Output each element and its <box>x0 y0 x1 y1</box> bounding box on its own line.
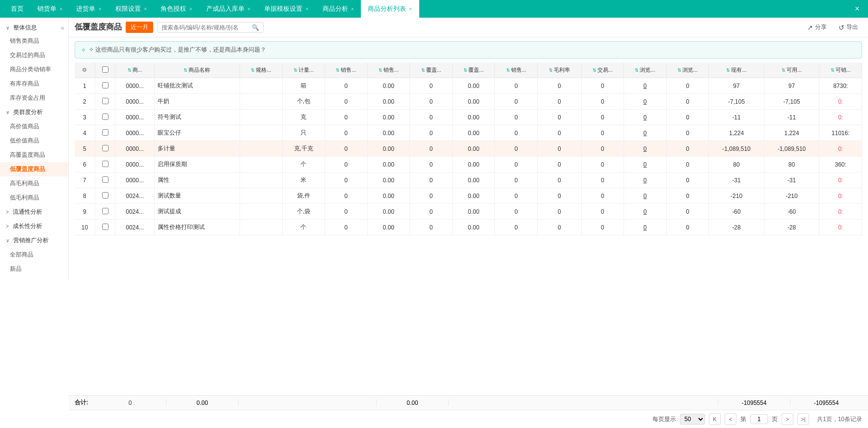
sidebar-section-overview[interactable]: ∨ 整体信息 <box>6 24 37 32</box>
sidebar-collapse-btn[interactable]: « <box>61 24 64 31</box>
sales-qty-column-header[interactable]: ⇅销售... <box>325 62 368 78</box>
sidebar-section-growth[interactable]: > 成长性分析 <box>0 219 68 233</box>
settings-column-header[interactable]: ⚙ <box>75 62 95 78</box>
sidebar-item-high-profit[interactable]: 高毛利商品 <box>0 176 68 191</box>
row-current-stock: 97 <box>709 78 764 94</box>
close-icon[interactable]: × <box>98 6 101 12</box>
current-stock-column-header[interactable]: ⇅现有... <box>709 62 764 78</box>
current-page-input[interactable] <box>750 414 768 424</box>
sidebar-item-high-coverage[interactable]: 高覆盖度商品 <box>0 148 68 162</box>
gross-margin-column-header[interactable]: ⇅毛利率 <box>538 62 582 78</box>
row-gross-margin: 0 <box>538 78 582 94</box>
row-browse1[interactable]: 0 <box>624 141 667 157</box>
row-checkbox[interactable] <box>102 82 108 88</box>
nav-sales-order[interactable]: 销货单 × <box>30 0 69 18</box>
search-icon[interactable]: 🔍 <box>252 24 259 31</box>
nav-permission[interactable]: 权限设置 × <box>108 0 154 18</box>
close-icon[interactable]: × <box>305 6 308 12</box>
sidebar-item-low-coverage[interactable]: 低覆盖度商品 <box>0 162 68 176</box>
sidebar-item-all-goods[interactable]: 全部商品 <box>0 248 68 262</box>
sidebar-item-traded-goods[interactable]: 交易过的商品 <box>0 48 68 62</box>
last-page-button[interactable]: >| <box>797 413 809 425</box>
transaction-column-header[interactable]: ⇅交易... <box>581 62 624 78</box>
sidebar-section-cluster[interactable]: ∨ 类群度分析 <box>0 105 68 119</box>
prev-page-button[interactable]: < <box>725 413 736 425</box>
sidebar-section-liquidity[interactable]: > 流通性分析 <box>0 205 68 219</box>
close-icon[interactable]: × <box>247 6 250 12</box>
pagination-bar: 每页显示 50 20 100 200 K < 第 页 > >| 共1页，10条记… <box>69 410 868 428</box>
row-browse1[interactable]: 0 <box>624 172 667 188</box>
row-checkbox[interactable] <box>102 98 108 104</box>
search-input[interactable] <box>162 24 250 31</box>
row-checkbox[interactable] <box>102 176 108 183</box>
nav-role-auth[interactable]: 角色授权 × <box>154 0 199 18</box>
time-filter-button[interactable]: 近一月 <box>126 22 153 33</box>
row-num: 3 <box>75 110 95 125</box>
row-sales-amt: 0.00 <box>367 157 410 172</box>
sidebar-item-sales-goods[interactable]: 销售类商品 <box>0 34 68 48</box>
export-button[interactable]: ↺ 导出 <box>835 22 862 33</box>
nav-template-settings[interactable]: 单据模板设置 × <box>257 0 315 18</box>
row-browse1[interactable]: 0 <box>624 125 667 141</box>
row-checkbox[interactable] <box>102 145 108 151</box>
first-page-button[interactable]: K <box>709 413 721 425</box>
row-browse1[interactable]: 0 <box>624 94 667 110</box>
row-checkbox[interactable] <box>102 129 108 136</box>
close-icon[interactable]: × <box>59 6 62 12</box>
nav-production-warehouse[interactable]: 产成品入库单 × <box>199 0 257 18</box>
row-checkbox[interactable] <box>102 192 108 199</box>
close-icon[interactable]: × <box>144 6 147 12</box>
coverage1-column-header[interactable]: ⇅覆盖... <box>410 62 453 78</box>
close-icon[interactable]: × <box>189 6 192 12</box>
browse2-column-header[interactable]: ⇅浏览... <box>666 62 709 78</box>
nav-purchase-order[interactable]: 进货单 × <box>69 0 108 18</box>
nav-home[interactable]: 首页 <box>4 0 30 18</box>
row-browse1[interactable]: 0 <box>624 157 667 172</box>
sidebar-item-low-profit[interactable]: 低毛利商品 <box>0 191 68 205</box>
sidebar-item-category-rate[interactable]: 商品分类动销率 <box>0 62 68 77</box>
row-current-stock: -11 <box>709 110 764 125</box>
unit-column-header[interactable]: ⇅计量... <box>282 62 325 78</box>
nav-product-analysis[interactable]: 商品分析 × <box>316 0 361 18</box>
name-column-header[interactable]: ⇅商品名称 <box>154 62 240 78</box>
row-checkbox[interactable] <box>102 114 108 120</box>
nav-product-analysis-list[interactable]: 商品分析列表 × <box>361 0 419 18</box>
row-code: 0024... <box>115 220 154 235</box>
row-name: 启用保质期 <box>154 157 240 172</box>
sidebar-item-stock-capital[interactable]: 库存资金占用 <box>0 91 68 105</box>
sidebar-item-high-value[interactable]: 高价值商品 <box>0 119 68 134</box>
sidebar-section-marketing[interactable]: ∨ 营销推广分析 <box>0 233 68 248</box>
row-checkbox[interactable] <box>102 161 108 167</box>
next-page-button[interactable]: > <box>782 413 793 425</box>
page-size-select[interactable]: 50 20 100 200 <box>680 414 705 425</box>
row-sales-days: 0 <box>495 78 538 94</box>
row-browse1[interactable]: 0 <box>624 188 667 204</box>
close-icon[interactable]: × <box>409 6 412 12</box>
share-button[interactable]: ↗ 分享 <box>803 22 831 33</box>
sellable-column-header[interactable]: ⇅可销... <box>819 62 862 78</box>
row-browse1[interactable]: 0 <box>624 204 667 220</box>
sales-amt-column-header[interactable]: ⇅销售... <box>367 62 410 78</box>
row-browse1[interactable]: 0 <box>624 78 667 94</box>
select-all-checkbox[interactable] <box>102 66 108 73</box>
code-column-header[interactable]: ⇅商... <box>115 62 154 78</box>
available-column-header[interactable]: ⇅可用... <box>764 62 819 78</box>
browse1-column-header[interactable]: ⇅浏览... <box>624 62 667 78</box>
row-browse2: 0 <box>666 125 709 141</box>
settings-icon[interactable]: ⚙ <box>82 67 87 73</box>
row-checkbox[interactable] <box>102 208 108 214</box>
sidebar-item-low-value[interactable]: 低价值商品 <box>0 134 68 148</box>
coverage2-column-header[interactable]: ⇅覆盖... <box>452 62 495 78</box>
row-checkbox[interactable] <box>102 224 108 230</box>
sidebar-item-new-goods[interactable]: 新品 <box>0 262 68 276</box>
row-browse1[interactable]: 0 <box>624 110 667 125</box>
sales-days-column-header[interactable]: ⇅销售... <box>495 62 538 78</box>
row-code: 0000... <box>115 172 154 188</box>
close-all-button[interactable]: × <box>850 2 864 16</box>
row-num: 4 <box>75 125 95 141</box>
row-code: 0000... <box>115 125 154 141</box>
sidebar-item-in-stock[interactable]: 有库存商品 <box>0 77 68 91</box>
row-browse1[interactable]: 0 <box>624 220 667 235</box>
close-icon[interactable]: × <box>351 6 354 12</box>
spec-column-header[interactable]: ⇅规格... <box>240 62 283 78</box>
